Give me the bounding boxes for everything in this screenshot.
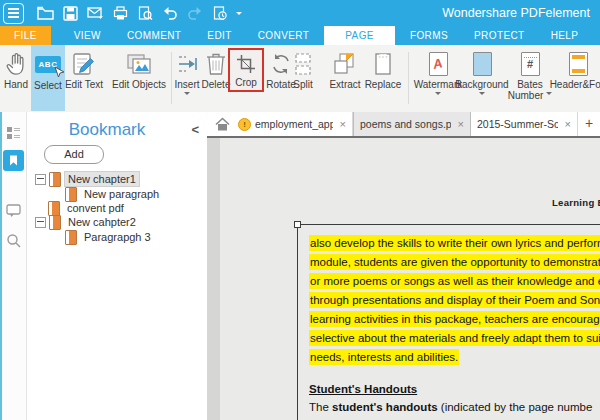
tool-crop[interactable]: Crop	[228, 48, 264, 92]
background-icon	[452, 48, 512, 79]
pdf-page[interactable]: Learning E also develop the skills to wr…	[207, 138, 600, 420]
bates-dropdown-icon[interactable]	[546, 92, 552, 98]
main-area: Bookmark < Add New chapter1 New paragrap…	[0, 112, 600, 420]
tab-forms[interactable]: FORMS	[399, 26, 459, 45]
bookmark-page-icon	[49, 172, 61, 187]
tree-item[interactable]: New paragraph	[65, 187, 162, 201]
navigation-strip	[2, 112, 27, 420]
comments-panel-icon[interactable]	[3, 200, 24, 221]
close-tab-icon[interactable]: ×	[565, 119, 571, 129]
hand-icon	[0, 48, 32, 79]
bookmarks-panel-icon[interactable]	[3, 150, 24, 171]
collapse-node-icon[interactable]	[35, 174, 46, 185]
bates-number-icon: #	[507, 48, 553, 79]
menu-icon[interactable]	[3, 3, 24, 24]
background-dropdown-icon[interactable]	[479, 92, 485, 98]
ribbon-tabs: FILE VIEW COMMENT EDIT CONVERT PAGE FORM…	[0, 26, 600, 45]
tool-edit-objects[interactable]: Edit Objects	[110, 48, 168, 90]
tab-protect[interactable]: PROTECT	[463, 26, 536, 45]
document-tab-active[interactable]: poems and songs.pdf ×	[353, 112, 471, 136]
close-tab-icon[interactable]: ×	[458, 119, 464, 129]
watermark-dropdown-icon[interactable]	[435, 92, 441, 98]
redo-icon[interactable]	[186, 4, 204, 22]
open-file-icon[interactable]	[36, 4, 54, 22]
tool-bates-number[interactable]: # Bates Number	[507, 48, 553, 101]
replace-icon	[360, 48, 406, 79]
tool-hand[interactable]: Hand	[0, 48, 32, 90]
pdfelement-window: Wondershare PDFelement FILE VIEW COMMENT…	[0, 0, 600, 420]
close-tab-icon[interactable]: ×	[340, 119, 346, 129]
tab-convert[interactable]: CONVERT	[247, 26, 321, 45]
tool-header-footer[interactable]: Header&Foo	[548, 48, 600, 90]
thumbnails-panel-icon[interactable]	[3, 122, 24, 143]
home-icon[interactable]	[214, 116, 231, 133]
quick-access-toolbar	[36, 4, 242, 22]
tool-split[interactable]: Split	[288, 48, 318, 90]
bookmark-page-icon	[65, 230, 77, 245]
qat-dropdown-icon[interactable]	[236, 12, 242, 18]
tab-view[interactable]: VIEW	[63, 26, 112, 45]
toolbar: Hand ABC Select Edit Text Edit Objects	[0, 45, 600, 113]
undo-icon[interactable]	[161, 4, 179, 22]
save-icon[interactable]	[61, 4, 79, 22]
collapse-node-icon[interactable]	[35, 217, 46, 228]
toolbar-divider	[408, 52, 409, 104]
tab-edit[interactable]: EDIT	[196, 26, 242, 45]
document-tab[interactable]: 2015-Summer-Schoo... ×	[471, 112, 578, 136]
print-icon[interactable]	[111, 4, 129, 22]
page-gutter	[207, 138, 220, 420]
search-panel-icon[interactable]	[3, 230, 24, 251]
crop-selection[interactable]	[297, 224, 600, 420]
tool-background[interactable]: Background	[452, 48, 512, 98]
document-tab[interactable]: ! employment_appli... ×	[232, 112, 353, 136]
header-footer-icon	[548, 48, 600, 79]
tree-item[interactable]: convent pdf	[48, 201, 127, 215]
crop-highlight-frame: Crop	[228, 48, 264, 92]
tree-item[interactable]: Paragrapgh 3	[65, 230, 154, 244]
tab-help[interactable]: HELP	[540, 26, 590, 45]
recent-files-icon[interactable]	[211, 4, 229, 22]
add-bookmark-button[interactable]: Add	[44, 145, 104, 164]
tab-page[interactable]: PAGE	[324, 26, 395, 45]
crop-icon	[230, 50, 262, 77]
tool-replace[interactable]: Replace	[360, 48, 406, 90]
edit-objects-icon	[110, 48, 168, 79]
tool-edit-text[interactable]: Edit Text	[60, 48, 108, 90]
bookmark-page-icon	[48, 201, 60, 216]
email-icon[interactable]	[86, 4, 104, 22]
document-area: ! employment_appli... × poems and songs.…	[207, 112, 600, 420]
collapse-panel-icon[interactable]: <	[191, 123, 199, 136]
insert-dropdown-icon[interactable]	[184, 92, 190, 98]
tree-item[interactable]: New cahpter2	[35, 215, 139, 229]
split-icon	[288, 48, 318, 79]
warning-icon: !	[238, 118, 251, 131]
bookmark-page-icon	[49, 215, 61, 230]
panel-title: Bookmark	[27, 120, 187, 140]
crop-handle[interactable]	[294, 221, 301, 228]
tree-item[interactable]: New chapter1	[35, 172, 139, 186]
bookmark-page-icon	[65, 187, 77, 202]
tab-file[interactable]: FILE	[0, 26, 51, 45]
bookmark-panel: Bookmark < Add New chapter1 New paragrap…	[27, 112, 208, 420]
titlebar: Wondershare PDFelement	[0, 0, 600, 26]
app-title: Wondershare PDFelement	[442, 0, 590, 26]
tab-comment[interactable]: COMMENT	[116, 26, 192, 45]
document-tabbar: ! employment_appli... × poems and songs.…	[207, 112, 600, 138]
page-header-text: Learning E	[552, 197, 600, 208]
preview-icon[interactable]	[136, 4, 154, 22]
edit-text-icon	[60, 48, 108, 79]
new-tab-icon[interactable]: +	[585, 115, 593, 131]
